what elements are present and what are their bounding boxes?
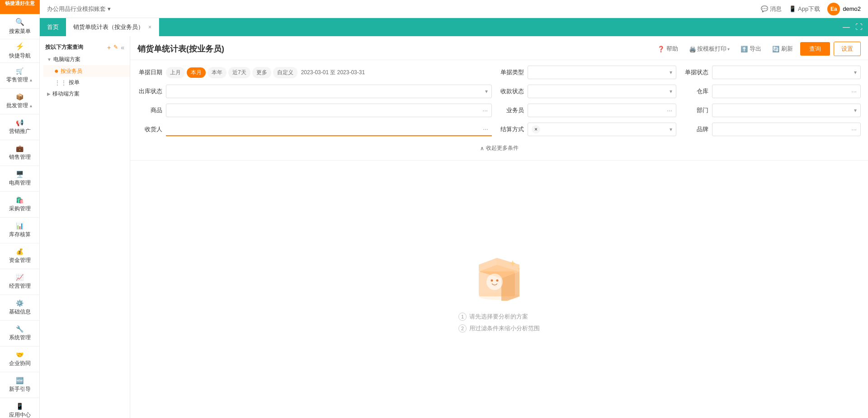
sidebar-item-wholesale[interactable]: 📦 批发管理 ▲	[0, 89, 39, 114]
add-scheme-icon[interactable]: +	[107, 44, 111, 51]
product-label: 商品	[137, 106, 162, 114]
sidebar-item-guide[interactable]: 🆕 新手引导	[0, 372, 39, 398]
product-input[interactable]: ···	[166, 104, 492, 117]
empty-hints: 1 请先选择要分析的方案 2 用过滤条件来缩小分析范围	[458, 313, 540, 332]
sidebar-item-ecommerce[interactable]: 🖥️ 电商管理	[0, 166, 39, 192]
sidebar-item-enterprise-label: 企业协同	[9, 360, 31, 367]
sidebar-item-purchase-label: 采购管理	[9, 205, 31, 213]
avatar: Ea	[827, 3, 840, 15]
date-btn-more[interactable]: 更多	[252, 67, 271, 78]
product-dots-icon[interactable]: ···	[482, 107, 488, 114]
date-btn-thismonth[interactable]: 本月	[187, 67, 206, 78]
sidebar-quicknav[interactable]: ⚡ 快捷导航	[0, 39, 39, 63]
date-btn-custom[interactable]: 自定义	[273, 67, 297, 78]
refresh-btn[interactable]: 🔄 刷新	[769, 43, 797, 55]
tab-expand-icon[interactable]: ⛶	[854, 21, 864, 33]
circle-icon: ●	[54, 67, 59, 75]
payment-tag-close[interactable]: ×	[534, 126, 538, 133]
export-btn[interactable]: ⬆️ 导出	[737, 43, 765, 55]
breadcrumb-arrow-icon[interactable]: ▾	[108, 5, 111, 12]
tab-close-icon[interactable]: ×	[148, 24, 151, 30]
salesperson-dots-icon[interactable]: ···	[667, 107, 672, 114]
breadcrumb: 办公用品行业模拟账套 ▾	[47, 5, 111, 13]
help-icon: ❓	[657, 46, 665, 52]
outstatus-dropdown-icon: ▾	[485, 88, 488, 95]
outstatus-input[interactable]: ▾	[166, 85, 492, 98]
app-download-label: App下载	[798, 5, 820, 13]
sidebar-item-purchase[interactable]: 🛍️ 采购管理	[0, 192, 39, 218]
app-logo[interactable]: 畅捷通好生意 标版	[0, 0, 40, 14]
payment-dropdown-icon: ▾	[670, 126, 672, 133]
date-btn-thisyear[interactable]: 本年	[208, 67, 226, 78]
department-dropdown-icon: ▾	[854, 107, 857, 114]
sidebar-search[interactable]: 🔍 搜索菜单	[0, 14, 39, 39]
tab-minimize-icon[interactable]: —	[841, 21, 852, 33]
filter-row-1: 单据日期 上月 本月 本年 近7天 更多 自定义 2023-03-01 至 20…	[137, 66, 861, 79]
sidebar-search-label: 搜索菜单	[9, 28, 31, 35]
warehouse-input[interactable]: ···	[712, 85, 861, 98]
user-menu[interactable]: Ea demo2	[827, 3, 861, 15]
hint-text-1: 请先选择要分析的方案	[469, 313, 528, 321]
topbar-left: 办公用品行业模拟账套 ▾	[47, 5, 111, 13]
header-actions: ❓ 帮助 🖨️ 按模板打印 ▾ ⬆️ 导出 🔄 刷新	[654, 42, 861, 56]
collapse-bar[interactable]: ∧ 收起更多条件	[137, 142, 861, 155]
filter-sub-document[interactable]: ⋮⋮ 按单	[43, 77, 130, 88]
sidebar-item-inventory[interactable]: 📊 库存核算	[0, 218, 39, 243]
sidebar-item-inventory-label: 库存核算	[9, 231, 31, 238]
app-download-action[interactable]: 📱 App下载	[789, 5, 820, 13]
export-icon: ⬆️	[741, 46, 748, 52]
main-panel: 销货单统计表(按业务员) ❓ 帮助 🖨️ 按模板打印 ▾ ⬆️ 导出	[130, 36, 868, 418]
salesperson-input[interactable]: ···	[528, 104, 676, 117]
sidebar-item-marketing[interactable]: 📢 营销推广	[0, 114, 39, 140]
sidebar-item-system[interactable]: 🔧 系统管理	[0, 321, 39, 347]
tab-active[interactable]: 销货单统计表（按业务员） ×	[66, 18, 159, 36]
receiver-dots-icon[interactable]: ···	[483, 125, 488, 133]
brand-dots-icon[interactable]: ···	[851, 126, 857, 133]
doctype-dropdown-icon: ▾	[670, 69, 672, 76]
docstatus-input[interactable]: ▾	[712, 66, 861, 79]
sidebar-item-operations[interactable]: 📈 经营管理	[0, 269, 39, 295]
sidebar-item-basic[interactable]: ⚙️ 基础信息	[0, 295, 39, 321]
logo-label: 标版	[15, 7, 25, 14]
sidebar-item-enterprise[interactable]: 🤝 企业协同	[0, 347, 39, 372]
refresh-icon: 🔄	[772, 46, 779, 52]
tab-home[interactable]: 首页	[40, 18, 66, 36]
doctype-input[interactable]: ▾	[528, 66, 676, 79]
help-btn[interactable]: ❓ 帮助	[654, 43, 682, 55]
collapse-scheme-icon[interactable]: «	[121, 44, 124, 51]
receiptstatus-input[interactable]: ▾	[528, 85, 676, 98]
help-label: 帮助	[666, 45, 678, 53]
topbar-right: 💬 消息 📱 App下载 Ea demo2	[761, 3, 861, 15]
sidebar-item-sales[interactable]: 💼 销售管理	[0, 140, 39, 166]
filter-tree-mobile[interactable]: ▶ 移动端方案	[43, 88, 130, 100]
collapse-icon: ∧	[480, 145, 484, 152]
empty-illustration	[465, 247, 533, 305]
username-label: demo2	[843, 5, 861, 12]
department-input[interactable]: ▾	[712, 104, 861, 117]
date-btn-lastmonth[interactable]: 上月	[166, 67, 185, 78]
payment-label: 结算方式	[499, 125, 524, 133]
content-area: 按以下方案查询 + ✎ « ▼ 电脑端方案 ● 按业务员 ⋮⋮ 按	[40, 36, 868, 418]
query-button[interactable]: 查询	[800, 42, 830, 56]
filter-group-outstatus: 出库状态 ▾	[137, 85, 492, 98]
setting-button[interactable]: 设置	[834, 42, 861, 56]
sidebar-item-appstore[interactable]: 📱 应用中心	[0, 398, 39, 418]
warehouse-dots-icon[interactable]: ···	[851, 88, 857, 95]
empty-hint-2: 2 用过滤条件来缩小分析范围	[458, 324, 540, 332]
filter-group-product: 商品 ···	[137, 104, 492, 117]
date-range: 2023-03-01 至 2023-03-31	[301, 69, 365, 76]
date-btn-7days[interactable]: 近7天	[228, 67, 250, 78]
receiver-input[interactable]: ···	[166, 123, 492, 136]
filter-sub-document-label: 按单	[69, 79, 80, 86]
filter-tree-pc[interactable]: ▼ 电脑端方案	[43, 54, 130, 65]
sidebar-item-finance[interactable]: 💰 资金管理	[0, 243, 39, 269]
edit-scheme-icon[interactable]: ✎	[113, 44, 118, 51]
brand-input[interactable]: ···	[712, 123, 861, 136]
filter-row-3: 商品 ··· 业务员 ··· 部门	[137, 104, 861, 117]
docstatus-dropdown-icon: ▾	[854, 69, 857, 76]
message-action[interactable]: 💬 消息	[761, 5, 782, 13]
payment-input[interactable]: × ▾	[528, 123, 676, 136]
sidebar-item-retail[interactable]: 🛒 零售管理 ▲	[0, 63, 39, 89]
filter-sub-salesperson[interactable]: ● 按业务员	[43, 65, 130, 77]
print-btn[interactable]: 🖨️ 按模板打印 ▾	[685, 43, 733, 55]
